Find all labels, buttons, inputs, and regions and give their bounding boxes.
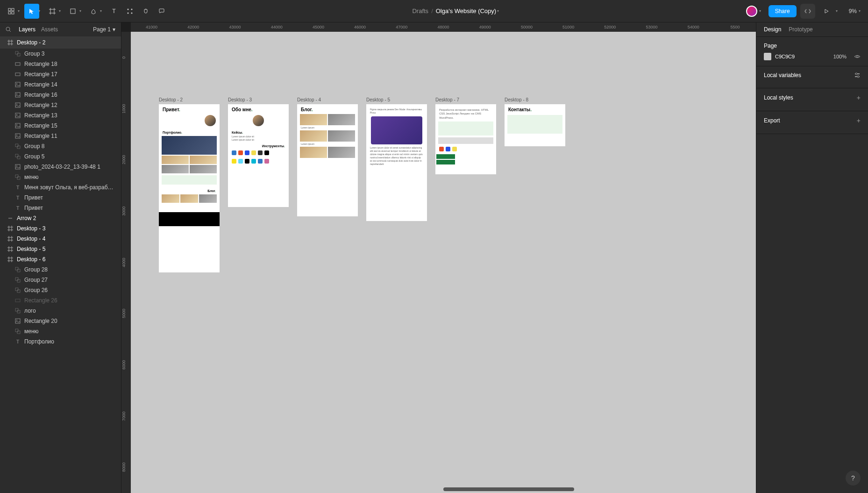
canvas[interactable]: Desktop - 2Привет.Портфолио.Блог.Desktop… bbox=[131, 32, 756, 493]
pen-tool[interactable] bbox=[86, 4, 101, 19]
move-tool[interactable] bbox=[24, 4, 39, 19]
frame-artboard[interactable]: Блог.Lorem ipsumLorem ipsum bbox=[297, 104, 358, 216]
frame-label[interactable]: Desktop - 5 bbox=[366, 97, 427, 102]
layer-item[interactable]: Group 5 bbox=[0, 151, 121, 162]
color-swatch[interactable] bbox=[764, 53, 771, 60]
frame-label[interactable]: Desktop - 8 bbox=[505, 97, 565, 102]
settings-icon[interactable] bbox=[854, 72, 861, 79]
add-button[interactable]: + bbox=[857, 94, 861, 101]
canvas-frame[interactable]: Desktop - 4Блог.Lorem ipsumLorem ipsum bbox=[297, 97, 358, 272]
svg-line-15 bbox=[9, 30, 11, 32]
layer-item[interactable]: Desktop - 5 bbox=[0, 244, 121, 254]
layer-item[interactable]: Rectangle 18 bbox=[0, 59, 121, 69]
chevron-down-icon[interactable]: ▾ bbox=[836, 9, 841, 13]
ruler-tick: 3000 bbox=[121, 186, 131, 237]
color-hex[interactable]: C9C9C9 bbox=[775, 54, 795, 59]
breadcrumb-parent[interactable]: Drafts bbox=[412, 7, 428, 14]
svg-point-12 bbox=[128, 12, 129, 14]
layer-item[interactable]: Rectangle 12 bbox=[0, 100, 121, 110]
layer-item[interactable]: TМеня зовут Ольга, я веб-разработчик. Ра… bbox=[0, 182, 121, 193]
frame-artboard[interactable]: Привет.Портфолио.Блог. bbox=[159, 104, 220, 272]
present-button[interactable] bbox=[819, 4, 834, 19]
layer-item[interactable]: Group 26 bbox=[0, 285, 121, 295]
main-menu-button[interactable] bbox=[4, 4, 19, 19]
layer-item[interactable]: TПривет bbox=[0, 193, 121, 203]
layer-label: меню bbox=[24, 174, 39, 180]
chevron-down-icon[interactable]: ▾ bbox=[497, 9, 503, 13]
chevron-down-icon[interactable]: ▾ bbox=[759, 9, 765, 13]
layer-item[interactable]: TПривет bbox=[0, 203, 121, 213]
svg-point-41 bbox=[16, 165, 17, 166]
layer-item[interactable]: Rectangle 14 bbox=[0, 79, 121, 90]
svg-point-25 bbox=[16, 83, 17, 84]
toolbar-right: ▾ Share ▾ 9% ▾ bbox=[746, 4, 864, 19]
comment-tool[interactable] bbox=[154, 4, 169, 19]
tab-design[interactable]: Design bbox=[764, 26, 781, 33]
layer-item[interactable]: меню bbox=[0, 172, 121, 182]
tab-prototype[interactable]: Prototype bbox=[789, 26, 812, 33]
svg-text:T: T bbox=[16, 195, 20, 200]
add-button[interactable]: + bbox=[857, 117, 861, 124]
frame-label[interactable]: Desktop - 7 bbox=[435, 97, 496, 102]
frame-label[interactable]: Desktop - 2 bbox=[159, 97, 220, 102]
share-button[interactable]: Share bbox=[768, 5, 797, 17]
page-selector[interactable]: Page 1 ▾ bbox=[93, 26, 115, 33]
layer-item[interactable]: Rectangle 13 bbox=[0, 110, 121, 121]
layer-item[interactable]: Arrow 2 bbox=[0, 213, 121, 223]
breadcrumb[interactable]: Drafts / Olga's Website (Copy) ▾ bbox=[169, 7, 746, 14]
search-icon[interactable] bbox=[6, 27, 11, 32]
layer-item[interactable]: лого bbox=[0, 306, 121, 316]
svg-rect-73 bbox=[15, 319, 20, 323]
layer-item[interactable]: Group 8 bbox=[0, 141, 121, 151]
layer-item[interactable]: photo_2024-03-22_13-39-48 1 bbox=[0, 162, 121, 172]
color-opacity[interactable]: 100% bbox=[833, 54, 847, 59]
frame-artboard[interactable]: Разработка интернет-магазина. HTML CSS J… bbox=[435, 104, 496, 174]
canvas-frame[interactable]: Desktop - 8Контакты. bbox=[505, 97, 565, 272]
frame-label[interactable]: Desktop - 3 bbox=[228, 97, 289, 102]
ruler-tick: 5500 bbox=[714, 25, 756, 29]
canvas-frame[interactable]: Desktop - 3Обо мне.Кейсы.Lorem ipsum dol… bbox=[228, 97, 289, 272]
ruler-tick: 42000 bbox=[172, 25, 214, 29]
layer-item[interactable]: Desktop - 6 bbox=[0, 254, 121, 264]
shape-tool[interactable] bbox=[65, 4, 80, 19]
layer-item[interactable]: Group 28 bbox=[0, 264, 121, 275]
dev-mode-button[interactable] bbox=[800, 4, 815, 19]
hand-tool[interactable] bbox=[138, 4, 153, 19]
layer-item[interactable]: меню bbox=[0, 326, 121, 336]
layer-item[interactable]: Rectangle 26 bbox=[0, 295, 121, 306]
frame-label[interactable]: Desktop - 4 bbox=[297, 97, 358, 102]
resources-tool[interactable] bbox=[122, 4, 137, 19]
layer-item[interactable]: Rectangle 17 bbox=[0, 69, 121, 79]
chevron-down-icon[interactable]: ▾ bbox=[859, 9, 864, 13]
frame-artboard[interactable]: Figma закрыла режим Dev Mode: Альтернати… bbox=[366, 104, 427, 221]
frame-tool[interactable] bbox=[45, 4, 60, 19]
help-button[interactable]: ? bbox=[846, 471, 861, 486]
ruler-tick: 5000 bbox=[121, 288, 131, 339]
avatar[interactable] bbox=[746, 6, 757, 17]
zoom-level[interactable]: 9% bbox=[849, 8, 857, 14]
tab-layers[interactable]: Layers bbox=[19, 26, 36, 33]
frame-artboard[interactable]: Контакты. bbox=[505, 104, 565, 146]
canvas-frame[interactable]: Desktop - 5Figma закрыла режим Dev Mode:… bbox=[366, 97, 427, 272]
page-color-row[interactable]: C9C9C9 100% bbox=[764, 53, 861, 60]
svg-rect-24 bbox=[15, 82, 20, 87]
frame-artboard[interactable]: Обо мне.Кейсы.Lorem ipsum dolor sitLorem… bbox=[228, 104, 289, 207]
canvas-frame[interactable]: Desktop - 2Привет.Портфолио.Блог. bbox=[159, 97, 220, 272]
canvas-frame[interactable]: Desktop - 7Разработка интернет-магазина.… bbox=[435, 97, 496, 272]
chevron-down-icon: ▾ bbox=[18, 9, 23, 13]
layer-item[interactable]: TПортфолио bbox=[0, 336, 121, 347]
text-tool[interactable]: T bbox=[107, 4, 121, 19]
layer-item[interactable]: Desktop - 3 bbox=[0, 223, 121, 234]
layer-item[interactable]: Rectangle 15 bbox=[0, 121, 121, 131]
layer-item[interactable]: Group 27 bbox=[0, 275, 121, 285]
breadcrumb-current[interactable]: Olga's Website (Copy) bbox=[436, 7, 496, 14]
scrollbar-horizontal[interactable] bbox=[443, 487, 574, 491]
layer-item[interactable]: Rectangle 16 bbox=[0, 90, 121, 100]
eye-icon[interactable] bbox=[854, 53, 861, 60]
layer-item[interactable]: Group 3 bbox=[0, 49, 121, 59]
active-frame-header[interactable]: Desktop - 2 bbox=[0, 36, 121, 49]
layer-item[interactable]: Rectangle 20 bbox=[0, 316, 121, 326]
layer-item[interactable]: Desktop - 4 bbox=[0, 234, 121, 244]
tab-assets[interactable]: Assets bbox=[41, 26, 58, 33]
layer-item[interactable]: Rectangle 11 bbox=[0, 131, 121, 141]
